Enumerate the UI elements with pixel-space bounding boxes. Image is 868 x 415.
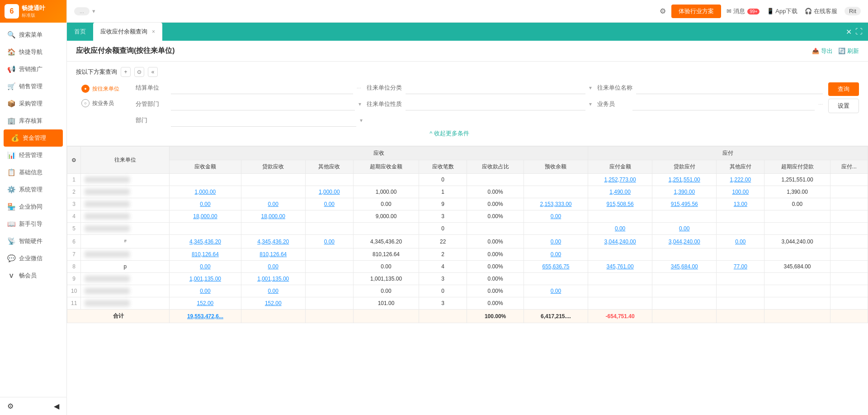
cell-link[interactable]: 0.00 bbox=[524, 210, 588, 223]
cell-link[interactable]: 915,508.56 bbox=[588, 198, 652, 210]
sidebar-item-quicknav[interactable]: 🏠 快捷导航 bbox=[0, 43, 66, 61]
cell-link[interactable]: 2,153,333.00 bbox=[524, 198, 588, 210]
cell-value: 0.00 bbox=[353, 285, 419, 297]
target-filter-btn[interactable]: ⊙ bbox=[134, 67, 144, 77]
message-btn[interactable]: ✉ 消息 99+ bbox=[726, 7, 760, 15]
cell-link[interactable]: 810,126.64 bbox=[241, 248, 305, 261]
salesperson-input[interactable] bbox=[632, 98, 815, 110]
tab-close-btn[interactable]: ✕ bbox=[846, 28, 852, 36]
collapse-more-btn[interactable]: ^ 收起更多条件 bbox=[429, 129, 469, 138]
filter-by-partner[interactable]: ● 按往来单位 bbox=[76, 81, 130, 96]
cell-link[interactable]: 152.00 bbox=[170, 297, 241, 310]
cell-value: 9,000.00 bbox=[353, 210, 419, 223]
tab-close-icon[interactable]: × bbox=[152, 29, 155, 35]
cell-link[interactable]: 1,390.00 bbox=[652, 186, 717, 198]
collapse-icon[interactable]: ◀ bbox=[54, 402, 59, 410]
tab-fullscreen-btn[interactable]: ⛶ bbox=[855, 28, 863, 36]
cell-link[interactable]: 3,044,240.00 bbox=[652, 235, 717, 248]
table-body: 1 0 1,252,773.00 1,251,551.00 1,222.00 1… bbox=[67, 174, 868, 310]
sidebar-label-wechat: 企业微信 bbox=[19, 254, 42, 262]
add-filter-btn[interactable]: + bbox=[121, 67, 131, 77]
sidebar-item-member[interactable]: V 畅会员 bbox=[0, 267, 66, 284]
cell-link[interactable]: 0.00 bbox=[717, 235, 764, 248]
chevron-down-icon[interactable]: ▾ bbox=[92, 8, 95, 14]
cell-link[interactable]: 0.00 bbox=[305, 198, 353, 210]
settlement-dots-btn[interactable]: ··· bbox=[357, 85, 361, 91]
filter-by-salesperson[interactable]: ○ 按业务员 bbox=[76, 96, 130, 110]
cell-link[interactable]: 0.00 bbox=[524, 235, 588, 248]
cell-link[interactable]: 915,495.56 bbox=[652, 198, 717, 210]
cell-link[interactable]: 1,000.00 bbox=[170, 186, 241, 198]
tab-home[interactable]: 首页 bbox=[67, 23, 93, 41]
sidebar-item-system[interactable]: ⚙️ 系统管理 bbox=[0, 181, 66, 198]
refresh-btn[interactable]: 🔄 刷新 bbox=[838, 47, 859, 55]
footer-ap-empty1 bbox=[652, 310, 717, 323]
tab-arquery[interactable]: 应收应付余额查询 × bbox=[93, 23, 162, 41]
user-name[interactable]: Rit bbox=[844, 7, 861, 15]
sidebar-item-finance[interactable]: 💰 资金管理 bbox=[4, 129, 63, 147]
cell-link[interactable]: 0.00 bbox=[170, 198, 241, 210]
sidebar-item-corp[interactable]: 🏪 企业协同 bbox=[0, 198, 66, 215]
cell-link[interactable]: 0.00 bbox=[305, 235, 353, 248]
cell-link[interactable]: 1,001,135.00 bbox=[241, 273, 305, 285]
ar-ratio-cell: 0.00% bbox=[467, 210, 524, 223]
cell-link[interactable]: 0.00 bbox=[524, 285, 588, 297]
cell-link[interactable]: 810,126.64 bbox=[170, 248, 241, 261]
cell-link[interactable]: 0.00 bbox=[241, 198, 305, 210]
sidebar-item-hardware[interactable]: 📡 智能硬件 bbox=[0, 233, 66, 250]
partner-category-select[interactable] bbox=[406, 81, 586, 94]
footer-ar-total[interactable]: 19,553,472,6... bbox=[170, 310, 241, 323]
app-download-btn[interactable]: 📱 App下载 bbox=[767, 7, 797, 15]
cell-link[interactable]: 345,684.00 bbox=[652, 261, 717, 273]
cell-link[interactable]: 13.00 bbox=[717, 198, 764, 210]
salesperson-dots-btn[interactable]: ··· bbox=[818, 101, 823, 107]
collapse-filter-btn[interactable]: « bbox=[148, 67, 158, 77]
online-service-btn[interactable]: 🎧 在线客服 bbox=[805, 7, 837, 15]
cell-link[interactable]: 4,345,436.20 bbox=[170, 235, 241, 248]
query-btn[interactable]: 查询 bbox=[828, 82, 859, 96]
cell-link[interactable]: 4,345,436.20 bbox=[241, 235, 305, 248]
cell-link[interactable]: 0.00 bbox=[588, 223, 652, 235]
cell-link[interactable]: 1,252,773.00 bbox=[588, 174, 652, 186]
settlement-unit-input[interactable] bbox=[171, 81, 353, 94]
cell-link[interactable]: 100.00 bbox=[717, 186, 764, 198]
sidebar-item-operation[interactable]: 📊 经营管理 bbox=[0, 147, 66, 164]
sidebar-item-marketing[interactable]: 📢 营销推广 bbox=[0, 61, 66, 78]
cell-link[interactable]: 3,044,240.00 bbox=[588, 235, 652, 248]
sidebar-item-sales[interactable]: 🛒 销售管理 bbox=[0, 78, 66, 95]
cell-link[interactable]: 0.00 bbox=[241, 261, 305, 273]
cell-link[interactable]: 77.00 bbox=[717, 261, 764, 273]
settings-filter-btn[interactable]: 设置 bbox=[828, 99, 859, 113]
table-settings-icon[interactable]: ⚙ bbox=[71, 157, 76, 163]
partner-name-input[interactable] bbox=[636, 81, 823, 94]
trial-btn[interactable]: 体验行业方案 bbox=[671, 5, 721, 18]
export-btn[interactable]: 📤 导出 bbox=[812, 47, 833, 55]
cell-link[interactable]: 0.00 bbox=[241, 285, 305, 297]
cell-link[interactable]: 18,000.00 bbox=[241, 210, 305, 223]
header-settings-icon[interactable]: ⚙ bbox=[660, 7, 666, 15]
cell-link[interactable]: 152.00 bbox=[241, 297, 305, 310]
cell-link[interactable]: 1,001,135.00 bbox=[170, 273, 241, 285]
department-select[interactable] bbox=[171, 114, 356, 127]
cell-link[interactable]: 345,761.00 bbox=[588, 261, 652, 273]
partner-nature-select[interactable] bbox=[406, 98, 586, 110]
sidebar-item-search[interactable]: 🔍 搜索菜单 bbox=[0, 26, 66, 43]
cell-link[interactable]: 0.00 bbox=[652, 223, 717, 235]
sidebar-item-wechat[interactable]: 💬 企业微信 bbox=[0, 250, 66, 267]
cell-link[interactable]: 1,000.00 bbox=[305, 186, 353, 198]
cell-link[interactable]: 0.00 bbox=[170, 261, 241, 273]
cell-link[interactable]: 1,490.00 bbox=[588, 186, 652, 198]
cell-link[interactable]: 18,000.00 bbox=[170, 210, 241, 223]
cell-link[interactable]: 1,251,551.00 bbox=[652, 174, 717, 186]
settings-bottom-icon[interactable]: ⚙ bbox=[7, 402, 14, 410]
dept-select[interactable] bbox=[171, 98, 355, 110]
sidebar-item-guide[interactable]: 📖 新手引导 bbox=[0, 215, 66, 233]
sidebar-item-inventory[interactable]: 🏢 库存核算 bbox=[0, 112, 66, 129]
settings-col-header[interactable]: ⚙ bbox=[67, 147, 81, 174]
cell-link[interactable]: 1,222.00 bbox=[717, 174, 764, 186]
cell-link[interactable]: 0.00 bbox=[524, 248, 588, 261]
sidebar-item-purchase[interactable]: 📦 采购管理 bbox=[0, 95, 66, 112]
cell-link[interactable]: 655,636.75 bbox=[524, 261, 588, 273]
sidebar-item-basic[interactable]: 📋 基础信息 bbox=[0, 164, 66, 181]
cell-link[interactable]: 0.00 bbox=[170, 285, 241, 297]
